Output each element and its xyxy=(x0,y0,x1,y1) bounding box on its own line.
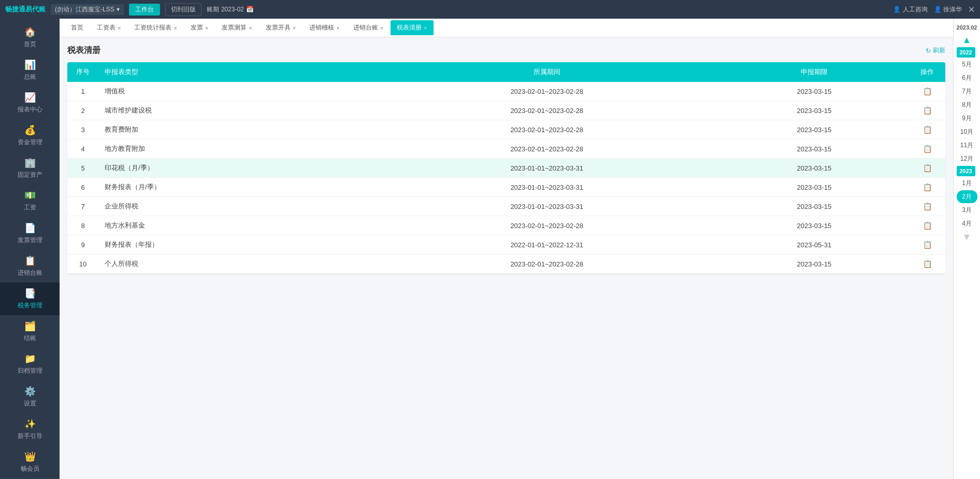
cell-type: 财务报表（年报） xyxy=(98,235,374,255)
sidebar-item-settle[interactable]: 🗂️ 结账 xyxy=(0,315,60,348)
period-month-item[interactable]: 10月 xyxy=(957,125,977,138)
table-row: 2 城市维护建设税 2023-02-01~2023-02-28 2023-03-… xyxy=(67,101,945,120)
switch-old-button[interactable]: 切到旧版 xyxy=(165,3,201,16)
cell-action: 📋 xyxy=(909,82,945,101)
period-month-item[interactable]: 12月 xyxy=(957,152,977,165)
tab-invoice-check-close[interactable]: × xyxy=(249,25,252,31)
period-month-item[interactable]: 7月 xyxy=(957,85,977,98)
tab-invoice-close[interactable]: × xyxy=(205,25,208,31)
action-view-icon[interactable]: 📋 xyxy=(923,221,932,230)
sidebar-label-salary: 工资 xyxy=(24,203,36,212)
period-month-item[interactable]: 2月 xyxy=(957,190,977,203)
sidebar-item-archive[interactable]: 📁 归档管理 xyxy=(0,348,60,381)
period-nav-up[interactable]: ▲ xyxy=(961,34,973,47)
tab-purchase-ledger[interactable]: 进销台账 × xyxy=(347,20,390,35)
tab-purchase-check-close[interactable]: × xyxy=(336,25,339,31)
period-month-item[interactable]: 8月 xyxy=(957,98,977,111)
tab-invoice-check[interactable]: 发票测算 × xyxy=(215,20,258,35)
period-month-item[interactable]: 1月 xyxy=(957,177,977,190)
tab-invoice-check-label: 发票测算 xyxy=(222,23,247,32)
sidebar-label-home: 首页 xyxy=(24,40,36,49)
cell-type: 地方教育附加 xyxy=(98,139,374,159)
sidebar-item-assets[interactable]: 🏢 固定资产 xyxy=(0,152,60,185)
purchase-icon: 📋 xyxy=(24,255,36,266)
action-view-icon[interactable]: 📋 xyxy=(923,87,932,95)
calendar-icon[interactable]: 📅 xyxy=(246,6,254,13)
period-nav-down[interactable]: ▼ xyxy=(961,231,973,244)
cell-type: 印花税（月/季） xyxy=(98,159,374,178)
action-view-icon[interactable]: 📋 xyxy=(923,106,932,115)
refresh-button[interactable]: ↻ 刷新 xyxy=(926,46,945,55)
action-view-icon[interactable]: 📋 xyxy=(923,241,932,249)
table-row: 3 教育费附加 2023-02-01~2023-02-28 2023-03-15… xyxy=(67,120,945,139)
company-selector[interactable]: (勿动）江西服宝-LSS ▾ xyxy=(51,4,124,15)
sidebar-item-guide[interactable]: ✨ 新手引导 xyxy=(0,413,60,446)
sidebar-item-invoice[interactable]: 📄 发票管理 xyxy=(0,217,60,250)
tab-salary-table-close[interactable]: × xyxy=(118,25,121,31)
tax-table: 序号 申报表类型 所属期间 申报期限 操作 1 增值税 2023-02-01~2… xyxy=(67,62,945,274)
cell-action: 📋 xyxy=(909,101,945,120)
tab-purchase-check[interactable]: 进销稽核 × xyxy=(303,20,345,35)
sidebar-item-tax[interactable]: 📑 税务管理 xyxy=(0,283,60,315)
sidebar-label-archive: 归档管理 xyxy=(18,367,42,375)
table-row: 10 个人所得税 2023-02-01~2023-02-28 2023-03-1… xyxy=(67,255,945,274)
action-view-icon[interactable]: 📋 xyxy=(923,183,932,191)
close-icon[interactable]: ✕ xyxy=(968,5,975,15)
action-view-icon[interactable]: 📋 xyxy=(923,145,932,153)
period-month-item[interactable]: 4月 xyxy=(957,217,977,230)
sidebar-item-ledger[interactable]: 📊 总账 xyxy=(0,54,60,87)
tab-purchase-ledger-close[interactable]: × xyxy=(380,25,383,31)
action-view-icon[interactable]: 📋 xyxy=(923,260,932,268)
period-month-item[interactable]: 9月 xyxy=(957,112,977,125)
cell-period: 2023-02-01~2023-02-28 xyxy=(374,82,719,101)
sidebar-label-invoice: 发票管理 xyxy=(18,236,42,245)
company-name: (勿动）江西服宝-LSS xyxy=(55,5,114,14)
period-month-item[interactable]: 5月 xyxy=(957,58,977,71)
action-view-icon[interactable]: 📋 xyxy=(923,125,932,134)
sidebar-item-vip[interactable]: 👑 畅会员 xyxy=(0,446,60,478)
ledger-icon: 📊 xyxy=(24,59,36,71)
sidebar-item-purchase[interactable]: 📋 进销台账 xyxy=(0,250,60,283)
cell-no: 1 xyxy=(67,82,98,101)
cell-period: 2023-02-01~2023-02-28 xyxy=(374,120,719,139)
sidebar-item-fund[interactable]: 💰 资金管理 xyxy=(0,119,60,152)
home-icon: 🏠 xyxy=(24,26,36,38)
cell-no: 3 xyxy=(67,120,98,139)
period-month-item[interactable]: 6月 xyxy=(957,72,977,84)
username[interactable]: 👤 徐涤华 xyxy=(934,5,962,14)
sidebar-item-home[interactable]: 🏠 首页 xyxy=(0,21,60,54)
tab-salary-report-close[interactable]: × xyxy=(174,25,177,31)
salary-icon: 💵 xyxy=(24,190,36,201)
tab-salary-table[interactable]: 工资表 × xyxy=(91,20,127,35)
tab-invoice-open-close[interactable]: × xyxy=(293,25,296,31)
cell-type: 增值税 xyxy=(98,82,374,101)
tab-salary-table-label: 工资表 xyxy=(97,23,116,32)
main-layout: 🏠 首页 📊 总账 📈 报表中心 💰 资金管理 🏢 固定资产 💵 工资 📄 发票… xyxy=(0,19,980,479)
cell-period: 2023-02-01~2023-02-28 xyxy=(374,216,719,235)
action-view-icon[interactable]: 📋 xyxy=(923,202,932,210)
sidebar-item-report[interactable]: 📈 报表中心 xyxy=(0,87,60,119)
tab-home[interactable]: 首页 xyxy=(65,20,90,35)
period-month-item[interactable]: 3月 xyxy=(957,204,977,217)
cell-deadline: 2023-03-15 xyxy=(719,82,909,101)
period-label: 账期 xyxy=(207,5,219,14)
sidebar-item-salary[interactable]: 💵 工资 xyxy=(0,185,60,217)
user-service[interactable]: 👤 人工咨询 xyxy=(893,5,927,14)
cell-action: 📋 xyxy=(909,255,945,274)
col-header-action: 操作 xyxy=(909,62,945,82)
tab-invoice-label: 发票 xyxy=(191,23,203,32)
tab-tax-list[interactable]: 税表清册 × xyxy=(391,20,433,35)
workbench-button[interactable]: 工作台 xyxy=(129,4,160,16)
tab-tax-list-close[interactable]: × xyxy=(424,25,427,31)
action-view-icon[interactable]: 📋 xyxy=(923,164,932,172)
tab-salary-report[interactable]: 工资统计报表 × xyxy=(128,20,183,35)
cell-action: 📋 xyxy=(909,139,945,159)
tab-invoice-open[interactable]: 发票开具 × xyxy=(260,20,302,35)
sidebar-item-settings[interactable]: ⚙️ 设置 xyxy=(0,381,60,413)
period-month-item[interactable]: 11月 xyxy=(957,139,977,152)
tab-invoice[interactable]: 发票 × xyxy=(184,20,214,35)
sidebar-label-vip: 畅会员 xyxy=(21,464,39,473)
cell-action: 📋 xyxy=(909,197,945,216)
cell-deadline: 2023-03-15 xyxy=(719,159,909,178)
assets-icon: 🏢 xyxy=(24,157,36,168)
